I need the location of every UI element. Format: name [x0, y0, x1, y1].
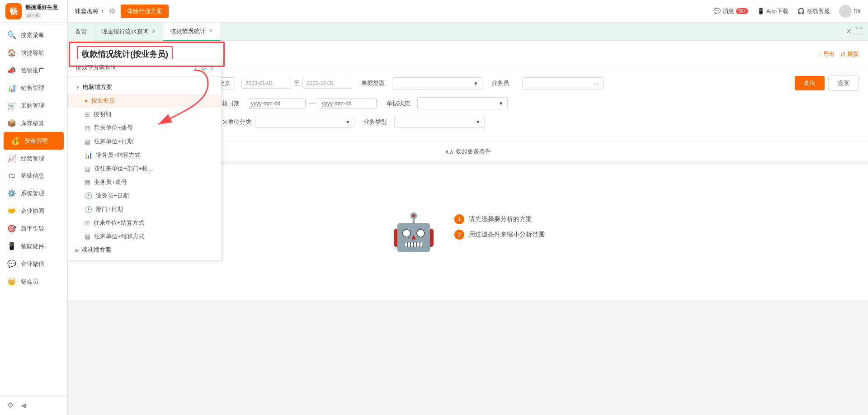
empty-step-1: 1 请先选择要分析的方案: [454, 214, 545, 224]
scheme-panel: 按以下方案查询 + ⚙ « ▼ 电脑端方案 ● 按业务员 ⊞ 按明细 ▦: [68, 59, 222, 261]
partner-category-field: 往来单位分类 ▾: [216, 116, 354, 128]
scheme-item-salesperson-account[interactable]: ▦ 业务员+账号: [68, 175, 221, 189]
sidebar-item-finance[interactable]: 💰 资金管理: [4, 132, 64, 150]
biz-type-field: 业务类型 ▾: [363, 116, 485, 128]
sidebar-item-hardware[interactable]: 📱 智能硬件: [0, 237, 67, 255]
header-online-service[interactable]: 🎧 在线客服: [797, 7, 830, 15]
sidebar-item-system[interactable]: ⚙️ 系统管理: [0, 184, 67, 202]
sidebar-item-search-menu[interactable]: 🔍 搜索菜单: [0, 26, 67, 44]
scheme-item-table2-icon: ▦: [85, 138, 90, 145]
scheme-settings-icon[interactable]: ⚙: [201, 64, 207, 71]
footer-settings-icon[interactable]: ⚙: [7, 401, 14, 410]
message-icon: 💬: [713, 8, 721, 14]
refresh-label: 刷新: [847, 50, 859, 58]
tab-collection-stats[interactable]: 收款情况统计 ✕: [163, 23, 220, 41]
scheme-item-partner-settlement1[interactable]: ⊞ 往来单位+结算方式: [68, 216, 221, 230]
doc-type-select[interactable]: ▾: [392, 77, 482, 90]
tab-collection-stats-close-icon[interactable]: ✕: [208, 28, 212, 34]
scheme-item-by-detail[interactable]: ⊞ 按明细: [68, 108, 221, 121]
tab-bank-flow-label: 现金银行流水查询: [102, 28, 149, 36]
sidebar-item-wechat[interactable]: 💬 企业微信: [0, 255, 67, 273]
doc-type-chevron-icon: ▾: [474, 80, 477, 87]
step-1-number: 1: [454, 214, 464, 224]
header-message[interactable]: 💬 消息 99+: [713, 7, 748, 15]
logo-badge: 标准版: [25, 12, 41, 19]
sidebar-item-purchase[interactable]: 🛒 采购管理: [0, 97, 67, 114]
scheme-item-label: 按明细: [94, 110, 111, 118]
tab-maximize-icon[interactable]: ⛶: [855, 28, 863, 36]
scheme-panel-header: 按以下方案查询 + ⚙ «: [68, 59, 221, 77]
salesperson-select[interactable]: ···: [522, 77, 604, 90]
sidebar-item-member[interactable]: 👑 畅会员: [0, 273, 67, 290]
scheme-item-by-salesperson[interactable]: ● 按业务员: [68, 94, 221, 108]
scheme-item-partner-settlement2[interactable]: ▦ 往来单位+结算方式: [68, 230, 221, 243]
sidebar-item-basic[interactable]: 🗂 基础信息: [0, 167, 67, 184]
collapse-chevron-icon: ∧∧: [445, 148, 454, 155]
app-icon: 📱: [757, 8, 764, 14]
tab-close-all-icon[interactable]: ✕: [846, 27, 852, 36]
tab-home-label: 首页: [75, 28, 87, 36]
scheme-item-table3-icon: ▦: [85, 165, 90, 172]
scheme-collapse-icon[interactable]: «: [210, 64, 214, 71]
footer-collapse-icon[interactable]: ◀: [21, 401, 26, 410]
tabs-bar: 首页 现金银行流水查询 ✕ 收款情况统计 ✕ ✕ ⛶: [68, 23, 868, 41]
salesperson-field: 业务员 ···: [491, 77, 604, 90]
sidebar-item-guide[interactable]: 🎯 新手引导: [0, 220, 67, 237]
scheme-group-mobile-header[interactable]: ▶ 移动端方案: [68, 243, 221, 257]
enterprise-icon: 🤝: [7, 207, 16, 215]
trial-button[interactable]: 体验行业方案: [121, 5, 169, 18]
scheme-item-dept-date[interactable]: 🕐 部门+日期: [68, 203, 221, 216]
header-app-download[interactable]: 📱 App下载: [757, 7, 788, 15]
query-button[interactable]: 查询: [795, 76, 825, 90]
scheme-item-label: 业务员+日期: [96, 192, 129, 200]
home-icon: 🏠: [7, 48, 16, 57]
scheme-group-mobile-label: 移动端方案: [82, 246, 111, 254]
user-name: Rit: [854, 8, 861, 14]
date-to-input[interactable]: [302, 78, 352, 89]
biz-type-select[interactable]: ▾: [394, 116, 485, 128]
scheme-header-label: 按以下方案查询: [75, 64, 117, 72]
scheme-item-partner-dept-collect[interactable]: ▦ 按往来单位+部门+收...: [68, 162, 221, 175]
wechat-icon: 💬: [7, 259, 16, 268]
scheme-item-partner-date[interactable]: ▦ 往来单位+日期: [68, 135, 221, 148]
scheme-add-icon[interactable]: +: [193, 64, 197, 71]
header-gear-icon[interactable]: ⚙: [109, 7, 115, 15]
date-from-input[interactable]: [241, 78, 291, 89]
account-chevron-icon[interactable]: ▾: [101, 9, 104, 14]
scheme-item-salesperson-settlement[interactable]: 📊 业务员+结算方式: [68, 148, 221, 162]
scheme-item-label: 按业务员: [91, 97, 115, 105]
scheme-item-table4-icon: ▦: [85, 179, 90, 186]
tab-home[interactable]: 首页: [68, 23, 94, 41]
scheme-group-desktop-label: 电脑端方案: [83, 83, 112, 91]
sidebar-item-sales[interactable]: 📊 销售管理: [0, 79, 67, 97]
tab-bank-flow[interactable]: 现金银行流水查询 ✕: [94, 23, 163, 41]
scheme-item-active-icon: ●: [85, 98, 88, 104]
export-button[interactable]: ↑ 导出: [819, 50, 835, 58]
tab-bank-flow-close-icon[interactable]: ✕: [151, 28, 156, 34]
sidebar-item-label: 畅会员: [21, 278, 38, 286]
scheme-item-label: 往来单位+日期: [94, 137, 133, 146]
chevron-right-icon: ▶: [75, 248, 79, 253]
scheme-item-salesperson-date[interactable]: 🕐 业务员+日期: [68, 189, 221, 203]
scheme-group-desktop-header[interactable]: ▼ 电脑端方案: [68, 80, 221, 94]
sidebar-item-inventory[interactable]: 📦 库存核算: [0, 114, 67, 132]
scheme-item-table5-icon: ▦: [85, 233, 90, 240]
collapse-label: 收起更多条件: [456, 147, 491, 156]
sidebar-item-business[interactable]: 📈 经营管理: [0, 150, 67, 167]
sidebar-item-marketing[interactable]: 📣 营销推广: [0, 61, 67, 79]
doc-status-select[interactable]: ▾: [417, 97, 508, 109]
sidebar-item-enterprise[interactable]: 🤝 企业协同: [0, 202, 67, 220]
review-date-field: 审核日期 📅 — 📅: [216, 98, 377, 109]
review-date-from-input[interactable]: [247, 98, 306, 109]
sidebar-item-label: 销售管理: [21, 84, 44, 92]
refresh-button[interactable]: ↺ 刷新: [840, 50, 859, 58]
settings-button[interactable]: 设置: [828, 75, 859, 91]
header-user[interactable]: Rit: [839, 5, 861, 18]
doc-type-label: 单据类型: [361, 79, 388, 87]
logo-area: 畅 畅捷通好生意 标准版: [0, 0, 67, 23]
header-right: 💬 消息 99+ 📱 App下载 🎧 在线客服 Rit: [713, 5, 861, 18]
review-date-to-input[interactable]: [318, 98, 377, 109]
partner-category-select[interactable]: ▾: [255, 116, 354, 128]
sidebar-item-quick-nav[interactable]: 🏠 快捷导航: [0, 44, 67, 61]
scheme-item-partner-account[interactable]: ▦ 往来单位+账号: [68, 121, 221, 135]
